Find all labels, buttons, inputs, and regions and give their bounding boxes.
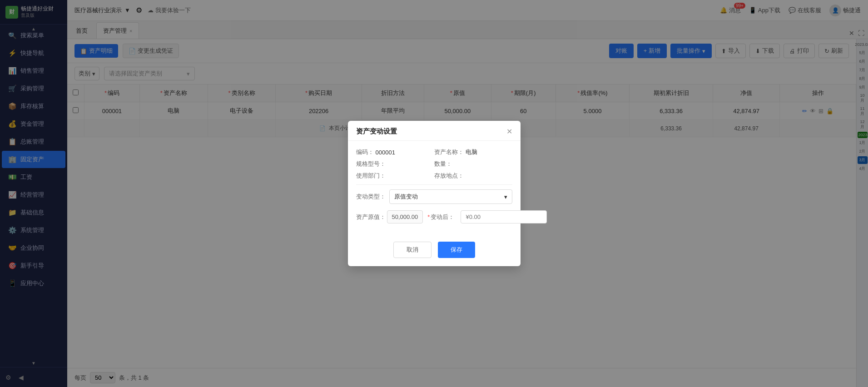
modal-info-row-3: 使用部门： 存放地点： bbox=[356, 172, 512, 180]
modal-value-row: 资产原值： 50,000.00 * 变动后： bbox=[356, 210, 512, 223]
modal-change-type-label: 变动类型： bbox=[356, 193, 386, 201]
modal-title: 资产变动设置 bbox=[356, 127, 397, 136]
modal-overlay: 资产变动设置 ✕ 编码： 000001 资产名称： 电脑 规格型号： bbox=[0, 0, 868, 387]
modal-original-value-display: 50,000.00 bbox=[387, 210, 423, 223]
modal-cancel-btn[interactable]: 取消 bbox=[393, 242, 432, 258]
modal-location-cell: 存放地点： bbox=[434, 172, 512, 180]
modal-code-value: 000001 bbox=[376, 149, 395, 156]
modal-dept-label: 使用部门： bbox=[356, 172, 386, 180]
modal-divider bbox=[356, 184, 512, 185]
modal-original-value-label: 资产原值： bbox=[356, 213, 383, 221]
modal-code-label: 编码： bbox=[356, 148, 374, 156]
modal-save-btn[interactable]: 保存 bbox=[438, 242, 475, 258]
modal-quantity-label: 数量： bbox=[434, 160, 452, 168]
modal-quantity-cell: 数量： bbox=[434, 160, 512, 168]
modal-header: 资产变动设置 ✕ bbox=[348, 121, 521, 141]
change-type-select[interactable]: 原值变动 ▾ bbox=[389, 189, 512, 204]
modal-info-row-1: 编码： 000001 资产名称： 电脑 bbox=[356, 148, 512, 156]
modal-required-marker: * bbox=[427, 213, 430, 220]
modal-spec-cell: 规格型号： bbox=[356, 160, 434, 168]
modal-close-btn[interactable]: ✕ bbox=[506, 127, 512, 136]
modal-asset-name-label: 资产名称： bbox=[434, 148, 464, 156]
modal-location-label: 存放地点： bbox=[434, 172, 464, 180]
modal-asset-name-value: 电脑 bbox=[466, 148, 477, 156]
modal-dept-cell: 使用部门： bbox=[356, 172, 434, 180]
change-type-dropdown-icon: ▾ bbox=[504, 194, 507, 200]
modal-info-row-2: 规格型号： 数量： bbox=[356, 160, 512, 168]
modal-footer: 取消 保存 bbox=[348, 237, 521, 266]
modal-body: 编码： 000001 资产名称： 电脑 规格型号： 数量： bbox=[348, 141, 521, 237]
modal-asset-name-cell: 资产名称： 电脑 bbox=[434, 148, 512, 156]
modal-change-type-row: 变动类型： 原值变动 ▾ bbox=[356, 189, 512, 204]
change-type-value: 原值变动 bbox=[394, 193, 418, 201]
modal-spec-label: 规格型号： bbox=[356, 160, 386, 168]
modal-after-change-label: 变动后： bbox=[431, 213, 458, 221]
modal-after-change-input[interactable] bbox=[461, 210, 547, 223]
asset-change-modal: 资产变动设置 ✕ 编码： 000001 资产名称： 电脑 规格型号： bbox=[348, 121, 521, 266]
modal-code-cell: 编码： 000001 bbox=[356, 148, 434, 156]
